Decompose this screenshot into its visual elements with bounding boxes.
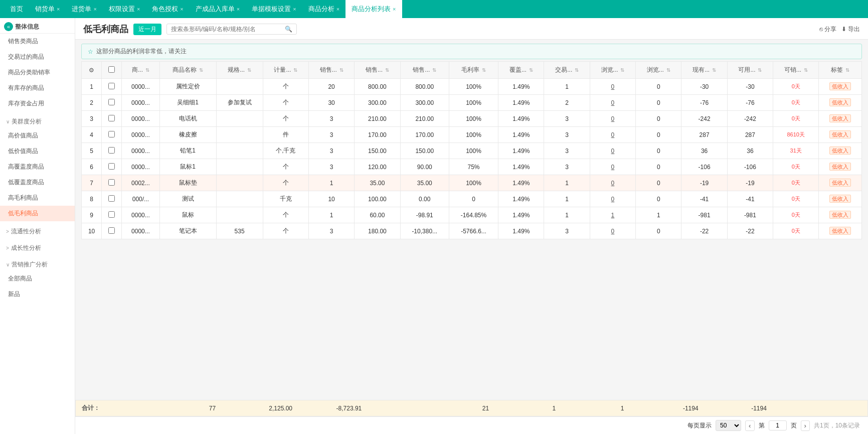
sidebar-item-低覆盖度商品[interactable]: 低覆盖度商品 [0,175,75,190]
row-checkbox[interactable] [108,131,115,137]
cell-current: 287 [681,127,727,143]
cell-no: 5 [82,143,102,159]
col-header-code[interactable]: 商... ⇅ [121,62,159,79]
col-header-settings[interactable]: ⚙ [82,62,102,79]
sort-icon-spec: ⇅ [246,67,251,73]
sidebar-item-全部商品[interactable]: 全部商品 [0,271,75,286]
sidebar-item-新品[interactable]: 新品 [0,286,75,302]
sidebar-item-商品分类助销率[interactable]: 商品分类助销率 [0,65,75,80]
browse-link[interactable]: 0 [611,180,615,187]
nav-item-产成品入库单[interactable]: 产成品入库单 × [190,0,246,18]
browse-link[interactable]: 0 [611,131,615,138]
cell-no: 7 [82,175,102,191]
col-header-current[interactable]: 现有... ⇅ [681,62,727,79]
col-header-gross_rate[interactable]: 毛利率 ⇅ [449,62,498,79]
row-checkbox[interactable] [108,147,115,154]
per-page-select[interactable]: 50 20 100 [716,420,741,431]
sidebar-item-高毛利商品[interactable]: 高毛利商品 [0,190,75,206]
nav-item-商品分析列表[interactable]: 商品分析列表 × [345,0,402,18]
sidebar-group-title-2[interactable]: >流通性分析 [0,223,75,238]
col-header-checkbox[interactable] [102,62,122,79]
nav-close-icon[interactable]: × [137,6,140,12]
sort-icon-browse1: ⇅ [619,67,625,73]
cell-saleable: 0天 [773,79,819,95]
col-header-spec[interactable]: 规格... ⇅ [216,62,263,79]
sidebar-item-低价值商品[interactable]: 低价值商品 [0,143,75,159]
browse-link[interactable]: 0 [611,228,615,235]
search-input[interactable] [171,26,285,33]
row-checkbox[interactable] [108,195,115,202]
nav-item-权限设置[interactable]: 权限设置 × [103,0,146,18]
row-checkbox[interactable] [108,227,115,234]
row-checkbox[interactable] [108,99,115,105]
select-all-checkbox[interactable] [108,66,115,73]
row-checkbox[interactable] [108,163,115,170]
browse-link[interactable]: 0 [611,164,615,171]
browse-link[interactable]: 1 [611,212,615,219]
next-page-button[interactable]: › [801,420,810,431]
col-header-browse2[interactable]: 浏览... ⇅ [636,62,681,79]
sidebar-group-title-3[interactable]: >成长性分析 [0,240,75,254]
sidebar-item-低毛利商品[interactable]: 低毛利商品 [0,206,75,221]
sidebar-item-高价值商品[interactable]: 高价值商品 [0,128,75,143]
nav-item-角色授权[interactable]: 角色授权 × [146,0,189,18]
cell-sales_qty: 10 [308,191,354,207]
page-info: 共1页，10条记录 [814,421,860,430]
browse-link[interactable]: 0 [611,148,615,155]
sidebar-collapse-btn[interactable]: « [4,22,13,31]
col-header-tag[interactable]: 标签 ⇅ [819,62,862,79]
browse-link[interactable]: 0 [611,99,615,106]
export-button[interactable]: ⬇ 导出 [841,25,860,34]
nav-item-单据模板设置[interactable]: 单据模板设置 × [246,0,302,18]
sidebar-item-销售类商品[interactable]: 销售类商品 [0,34,75,49]
row-checkbox[interactable] [108,115,115,121]
nav-close-icon[interactable]: × [293,6,296,12]
col-header-sales_cost[interactable]: 销售... ⇅ [400,62,449,79]
nav-item-销货单[interactable]: 销货单 × [29,0,66,18]
share-button[interactable]: ⎋ 分享 [819,25,836,34]
nav-close-icon[interactable]: × [93,6,96,12]
cell-no: 4 [82,127,102,143]
top-nav: 首页销货单 ×进货单 ×权限设置 ×角色授权 ×产成品入库单 ×单据模板设置 ×… [0,0,868,18]
footer-label: 合计： [82,404,100,412]
sidebar-group-title-1[interactable]: ∨美群度分析 [0,113,75,128]
nav-close-icon[interactable]: × [336,6,339,12]
page-number-input[interactable] [769,420,787,430]
col-header-sales_price[interactable]: 销售... ⇅ [355,62,400,79]
cell-sales_price: 180.00 [355,223,400,239]
sidebar-item-高覆盖度商品[interactable]: 高覆盖度商品 [0,159,75,175]
browse-link[interactable]: 0 [611,196,615,203]
sidebar-item-交易过的商品[interactable]: 交易过的商品 [0,49,75,65]
period-button[interactable]: 近一月 [133,24,161,35]
sidebar-item-库存资金占用[interactable]: 库存资金占用 [0,96,75,111]
row-checkbox[interactable] [108,211,115,218]
col-header-trade[interactable]: 交易... ⇅ [544,62,590,79]
sidebar-group-title-4[interactable]: ∨营销推广分析 [0,256,75,271]
browse-link[interactable]: 0 [611,115,615,122]
nav-close-icon[interactable]: × [180,6,183,12]
col-header-name[interactable]: 商品名称 ⇅ [159,62,216,79]
browse-link[interactable]: 0 [611,83,615,90]
cell-gross_rate: -5766.6... [449,223,498,239]
sort-icon-gross_rate: ⇅ [480,67,486,73]
nav-close-icon[interactable]: × [237,6,240,12]
col-header-unit[interactable]: 计量... ⇅ [263,62,308,79]
cell-checkbox [102,207,122,223]
sidebar-item-有库存的商品[interactable]: 有库存的商品 [0,80,75,96]
row-checkbox[interactable] [108,179,115,186]
page-title: 低毛利商品 [83,23,128,35]
col-header-saleable[interactable]: 可销... ⇅ [773,62,819,79]
row-checkbox[interactable] [108,83,115,89]
nav-close-icon[interactable]: × [57,6,60,12]
nav-close-icon[interactable]: × [393,6,396,12]
col-header-available[interactable]: 可用... ⇅ [727,62,773,79]
col-header-sales_qty[interactable]: 销售... ⇅ [308,62,354,79]
nav-item-商品分析[interactable]: 商品分析 × [302,0,345,18]
search-box[interactable]: 🔍 [166,24,297,35]
col-header-coverage[interactable]: 覆盖... ⇅ [498,62,544,79]
nav-item-进货单[interactable]: 进货单 × [66,0,102,18]
cell-sales_price: 35.00 [355,175,400,191]
prev-page-button[interactable]: ‹ [745,420,754,431]
col-header-browse1[interactable]: 浏览... ⇅ [590,62,635,79]
nav-item-首页[interactable]: 首页 [4,0,29,18]
